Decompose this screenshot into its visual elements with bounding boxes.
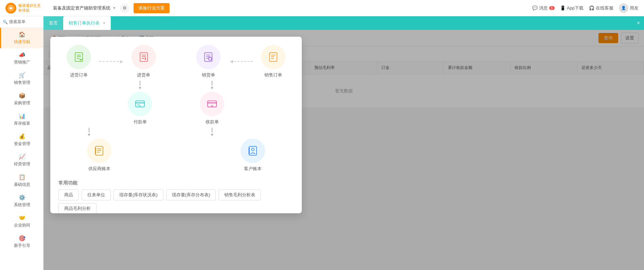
sidebar-item-purchase[interactable]: 📦 采购管理 [0,89,43,109]
sidebar-item-finance[interactable]: 💰 资金管理 [0,130,43,150]
flow-purchase-bill[interactable]: 进货单 [123,45,164,78]
btn-stock-dist[interactable]: 现存量(库存分布表) [166,190,216,200]
svg-rect-14 [269,53,277,61]
purchase-order-circle [67,45,91,69]
svg-text:¥: ¥ [139,105,141,108]
sales-order-label: 销售订单 [264,72,282,78]
sidebar-item-system[interactable]: ⚙️ 系统管理 [0,191,43,211]
message-button[interactable]: 💬 消息 6 [532,5,555,11]
sidebar-item-enterprise[interactable]: 🤝 企业协同 [0,211,43,232]
message-badge: 6 [549,6,555,10]
user-name: 用友 [630,5,639,11]
svg-rect-25 [95,146,103,155]
tab-sales-exec[interactable]: 销售订单执行表 × [63,16,111,30]
app-download-button[interactable]: 📱 App下载 [560,5,584,11]
modal-overlay[interactable]: 进货订单 ➤ [43,30,644,270]
online-service-button[interactable]: 🎧 在线客服 [589,5,613,11]
sales-icon: 🛒 [19,72,25,78]
arrow-v-row: ▼ ▼ [58,81,294,90]
tab-sales-exec-label: 销售订单执行表 [69,20,100,26]
sidebar-item-marketing[interactable]: 📣 营销推广 [0,48,43,69]
sidebar-item-label: 资金管理 [14,141,30,147]
search-icon: 🔍 [3,20,8,24]
common-functions-title: 常用功能 [58,180,294,186]
svg-text:¥: ¥ [211,104,213,108]
sidebar-item-newbie[interactable]: 🎯 新手引导 [0,232,43,252]
system-title-text: 装备及固定资产辅助管理系统 [53,5,110,11]
logo-area: 畅康通好生意 标准版 [5,3,49,14]
app-download-label: App下载 [567,5,584,11]
sidebar-item-label: 快捷导航 [14,39,30,45]
payment-circle: ¥ [128,92,152,116]
svg-rect-26 [95,147,96,154]
purchase-bill-label: 进货单 [137,72,150,78]
search-menu-button[interactable]: 🔍 搜索菜单 [0,16,43,28]
btn-product[interactable]: 商品 [58,190,79,200]
flow-customer-ledger[interactable]: 客户账本 [232,139,273,172]
message-label: 消息 [539,5,548,11]
experience-button[interactable]: 体验行业方案 [134,3,170,13]
flow-sales-bill[interactable]: 销货单 [188,45,229,78]
newbie-icon: 🎯 [19,235,25,241]
user-area[interactable]: 👤 用友 [619,3,639,13]
system-title: 装备及固定资产辅助管理系统 ▼ [53,5,116,11]
logo-text-line1: 畅康通好生意 [18,3,41,8]
sidebar-item-inventory[interactable]: 📊 库存核算 [0,109,43,130]
sales-bill-label: 销货单 [202,72,215,78]
flow-receipt[interactable]: ¥ 收款单 [192,92,232,125]
online-service-label: 在线客服 [596,5,613,11]
inventory-icon: 📊 [19,113,25,119]
main-content: ❓ 帮助 🖨 按模板打印 ▼ ⬆ 导出 🔄 刷新 [43,30,644,270]
sidebar-item-business[interactable]: 📈 经营管理 [0,150,43,170]
system-icon: ⚙️ [19,194,25,201]
message-icon: 💬 [532,5,538,11]
enterprise-icon: 🤝 [19,215,25,221]
customer-ledger-circle [241,139,265,163]
sidebar-item-label: 经营管理 [14,161,30,167]
system-title-dropdown-icon[interactable]: ▼ [112,6,116,10]
btn-partner[interactable]: 往来单位 [82,190,111,200]
btn-stock-status[interactable]: 现存量(库存状况表) [114,190,163,200]
sidebar-item-label: 营销推广 [14,59,30,65]
svg-rect-1 [75,53,83,61]
receipt-circle: ¥ [200,92,224,116]
user-avatar: 👤 [619,3,628,13]
btn-sales-gross[interactable]: 销售毛利分析表 [219,190,261,200]
flow-row-1: 进货订单 ➤ [58,45,294,78]
sidebar-item-quick-nav[interactable]: 🏠 快捷导航 [0,28,43,48]
top-right-area: 💬 消息 6 📱 App下载 🎧 在线客服 👤 用友 [532,3,639,13]
sidebar-item-base-info[interactable]: 📋 基础信息 [0,170,43,191]
payment-label: 付款单 [134,119,147,125]
arrow-h-2: ◄ [229,58,253,65]
content-area: 首页 销售订单执行表 × × ❓ 帮助 🖨 按 [43,16,644,270]
main-close-button[interactable]: × [637,20,640,26]
purchase-order-label: 进货订单 [70,72,88,78]
sales-bill-circle [196,45,221,69]
sidebar-item-label: 系统管理 [14,202,30,208]
sidebar-item-label: 新手引导 [14,243,30,249]
sidebar-item-sales[interactable]: 🛒 销售管理 [0,69,43,89]
business-icon: 📈 [19,154,25,160]
flow-modal: 进货订单 ➤ [50,37,302,213]
sidebar-item-label: 采购管理 [14,100,30,106]
base-info-icon: 📋 [19,174,25,180]
flow-purchase-order[interactable]: 进货订单 [58,45,99,78]
tab-close-button[interactable]: × [103,21,105,25]
sidebar-item-label: 库存核算 [14,121,30,126]
purchase-icon: 📦 [19,92,25,99]
common-buttons-row-1: 商品 往来单位 现存量(库存状况表) 现存量(库存分布表) 销售毛利分析表 商品… [58,190,294,213]
gear-button[interactable]: ⚙ [120,3,129,13]
btn-product-gross[interactable]: 商品毛利分析 [58,203,97,213]
sidebar-item-label: 企业协同 [14,222,30,228]
sidebar: 🔍 搜索菜单 🏠 快捷导航 📣 营销推广 🛒 销售管理 📦 采购管理 📊 [0,16,43,270]
flow-sales-order[interactable]: 销售订单 [253,45,294,78]
flow-supplier-ledger[interactable]: 供应商账本 [79,139,120,172]
tab-home-label: 首页 [49,20,58,26]
supplier-ledger-circle [87,139,111,163]
flow-row-2: ¥ 付款单 [58,92,294,125]
tab-home[interactable]: 首页 [43,16,63,30]
customer-ledger-label: 客户账本 [244,166,262,172]
flow-payment[interactable]: ¥ 付款单 [120,92,160,125]
flow-section: 进货订单 ➤ [58,45,294,175]
tab-bar: 首页 销售订单执行表 × × [43,16,644,30]
